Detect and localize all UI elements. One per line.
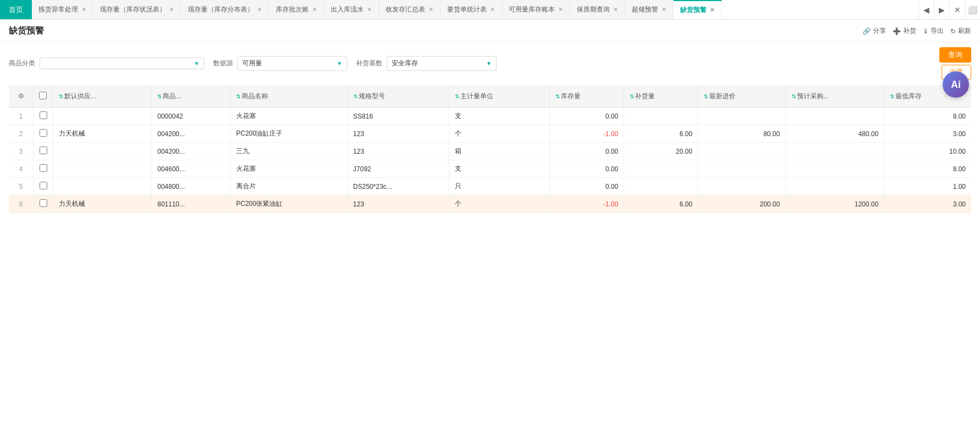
tab-inout-flow[interactable]: 出入库流水✕ — [324, 0, 379, 19]
row-checkbox-5[interactable] — [34, 195, 53, 213]
tab-close-inventory-dist[interactable]: ✕ — [257, 6, 262, 13]
datasource-value: 可用量 — [242, 59, 262, 68]
row-num-0: 1 — [9, 108, 34, 125]
tab-close-shortage[interactable]: ✕ — [710, 7, 715, 14]
col-spec[interactable]: ⇅规格型号 — [347, 85, 449, 108]
row-min-stock-5: 3.00 — [884, 195, 971, 213]
category-select[interactable]: ▼ — [40, 58, 204, 69]
row-replenish-qty-4 — [624, 178, 698, 195]
select-all-checkbox[interactable] — [39, 92, 47, 99]
row-spec-5: 123 — [347, 195, 449, 213]
tab-close-expiry-query[interactable]: ✕ — [613, 6, 618, 13]
tab-batch-account[interactable]: 库存批次账✕ — [269, 0, 324, 19]
share-button[interactable]: 🔗 分享 — [862, 26, 886, 36]
replenish-base-filter-group: 补货基数 安全库存 ▼ — [356, 56, 497, 71]
tab-bar: 首页 拣货异常处理✕现存量（库存状况表）✕现存量（库存分布表）✕库存批次账✕出入… — [0, 0, 980, 20]
col-replenish-qty[interactable]: ⇅补货量 — [624, 85, 698, 108]
row-est-purchase-4 — [786, 178, 884, 195]
tab-close-batch-account[interactable]: ✕ — [312, 6, 317, 13]
tab-close-demand-stats[interactable]: ✕ — [490, 6, 495, 13]
row-supplier-2 — [53, 143, 152, 160]
page-header: 缺货预警 🔗 分享 ➕ 补货 ⇓ 导出 ↻ 刷新 — [0, 20, 980, 42]
row-checkbox-3[interactable] — [34, 160, 53, 178]
col-unit[interactable]: ⇅主计量单位 — [449, 85, 549, 108]
col-settings: ⚙ — [9, 85, 34, 108]
tab-overstock[interactable]: 超储预警✕ — [625, 0, 673, 19]
row-supplier-4 — [53, 178, 152, 195]
table-settings-icon[interactable]: ⚙ — [14, 89, 27, 103]
share-icon: 🔗 — [862, 27, 871, 35]
row-checkbox-0[interactable] — [34, 108, 53, 125]
table-row: 6 力天机械 801110... PC200张紧油缸 123 个 -1.00 6… — [9, 195, 971, 213]
col-product-name[interactable]: ⇅商品名称 — [230, 85, 347, 108]
row-num-5: 6 — [9, 195, 34, 213]
tab-maximize-button[interactable]: ⬜ — [965, 0, 980, 20]
tab-prev-button[interactable]: ◀ — [918, 0, 934, 20]
row-supplier-0 — [53, 108, 152, 125]
tab-exception[interactable]: 拣货异常处理✕ — [32, 0, 93, 19]
tab-close-exception[interactable]: ✕ — [81, 6, 86, 13]
table-wrapper: ⚙ ⇅默认供应... ⇅商品... ⇅商品名称 ⇅规格型号 ⇅主计量单位 ⇅库存… — [0, 85, 980, 213]
row-replenish-qty-5: 6.00 — [624, 195, 698, 213]
tab-close-inventory-status[interactable]: ✕ — [169, 6, 174, 13]
col-est-purchase[interactable]: ⇅预计采购... — [786, 85, 884, 108]
row-checkbox-2[interactable] — [34, 143, 53, 160]
col-stock[interactable]: ⇅库存量 — [550, 85, 624, 108]
tab-close-button[interactable]: ✕ — [949, 0, 965, 20]
col-product-code[interactable]: ⇅商品... — [152, 85, 230, 108]
row-unit-5: 个 — [449, 195, 549, 213]
row-supplier-1: 力天机械 — [53, 125, 152, 143]
row-unit-3: 支 — [449, 160, 549, 178]
category-label: 商品分类 — [9, 59, 35, 68]
row-supplier-5: 力天机械 — [53, 195, 152, 213]
export-button[interactable]: ⇓ 导出 — [923, 26, 944, 36]
col-latest-price[interactable]: ⇅最新进价 — [698, 85, 786, 108]
datasource-label: 数据源 — [213, 59, 233, 68]
row-num-4: 5 — [9, 178, 34, 195]
row-min-stock-3: 8.00 — [884, 160, 971, 178]
tab-inventory-status[interactable]: 现存量（库存状况表）✕ — [93, 0, 181, 19]
row-est-purchase-1: 480.00 — [786, 125, 884, 143]
header-actions: 🔗 分享 ➕ 补货 ⇓ 导出 ↻ 刷新 — [862, 26, 971, 36]
row-supplier-3 — [53, 160, 152, 178]
row-min-stock-4: 1.00 — [884, 178, 971, 195]
col-supplier[interactable]: ⇅默认供应... — [53, 85, 152, 108]
row-checkbox-4[interactable] — [34, 178, 53, 195]
tab-next-button[interactable]: ▶ — [934, 0, 949, 20]
tab-inventory-dist[interactable]: 现存量（库存分布表）✕ — [181, 0, 269, 19]
datasource-select[interactable]: 可用量 ▼ — [237, 56, 347, 71]
category-chevron-icon: ▼ — [194, 60, 199, 66]
tab-demand-stats[interactable]: 要货单统计表✕ — [441, 0, 502, 19]
tab-shortage[interactable]: 缺货预警✕ — [673, 0, 722, 19]
tab-expiry-query[interactable]: 保质期查询✕ — [570, 0, 625, 19]
row-product-code-3: 004600... — [152, 160, 230, 178]
row-product-name-3: 火花塞 — [230, 160, 347, 178]
row-stock-3: 0.00 — [550, 160, 624, 178]
replenish-button[interactable]: ➕ 补货 — [893, 26, 916, 36]
main-content: 缺货预警 🔗 分享 ➕ 补货 ⇓ 导出 ↻ 刷新 商品分类 — [0, 20, 980, 437]
row-checkbox-1[interactable] — [34, 125, 53, 143]
row-replenish-qty-2: 20.00 — [624, 143, 698, 160]
query-button[interactable]: 查询 — [939, 47, 971, 63]
row-spec-4: DS250*23c... — [347, 178, 449, 195]
row-latest-price-5: 200.00 — [698, 195, 786, 213]
row-num-2: 3 — [9, 143, 34, 160]
row-num-1: 2 — [9, 125, 34, 143]
row-est-purchase-2 — [786, 143, 884, 160]
tab-home[interactable]: 首页 — [0, 0, 32, 19]
tab-close-overstock[interactable]: ✕ — [661, 6, 666, 13]
col-checkbox — [34, 85, 53, 108]
datasource-chevron-icon: ▼ — [337, 60, 342, 66]
refresh-button[interactable]: ↻ 刷新 — [950, 26, 971, 36]
tab-close-available-ledger[interactable]: ✕ — [558, 6, 563, 13]
row-latest-price-4 — [698, 178, 786, 195]
tab-close-receipt-summary[interactable]: ✕ — [428, 6, 433, 13]
row-num-3: 4 — [9, 160, 34, 178]
row-replenish-qty-0 — [624, 108, 698, 125]
tab-receipt-summary[interactable]: 收发存汇总表✕ — [379, 0, 441, 19]
tab-close-inout-flow[interactable]: ✕ — [367, 6, 372, 13]
tab-available-ledger[interactable]: 可用量库存账本✕ — [502, 0, 570, 19]
datasource-filter-group: 数据源 可用量 ▼ — [213, 56, 347, 71]
replenish-base-select[interactable]: 安全库存 ▼ — [387, 56, 497, 71]
ai-assistant-badge[interactable]: Ai — [943, 71, 969, 98]
